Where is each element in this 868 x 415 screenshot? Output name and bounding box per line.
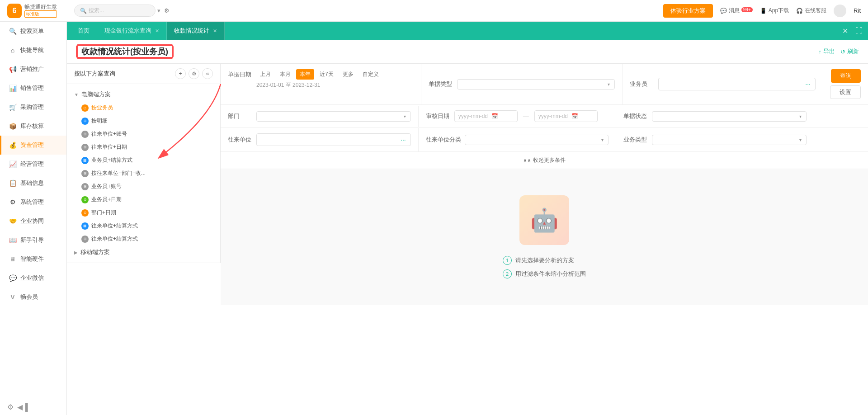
- sidebar-item-label: 系统管理: [20, 198, 44, 206]
- sidebar-item-inventory[interactable]: 📦 库存核算: [0, 117, 66, 136]
- sidebar-item-marketing[interactable]: 📢 营销推广: [0, 60, 66, 79]
- tab-collection-stat[interactable]: 收款情况统计 ✕: [167, 22, 225, 40]
- refresh-button[interactable]: ↺ 刷新: [840, 47, 859, 56]
- add-icon: +: [179, 71, 182, 77]
- schema-item-by-unit-settle2[interactable]: ⊞ 往来单位+结算方式: [67, 232, 220, 245]
- schema-collapse-btn[interactable]: «: [202, 68, 213, 79]
- schema-item-by-unit-date[interactable]: ⊞ 往来单位+日期: [67, 141, 220, 154]
- schema-item-by-unit-dept-col[interactable]: ⊞ 按往来单位+部门+收...: [67, 167, 220, 180]
- filter-cell-biz-type: 业务类型 ▾: [616, 129, 814, 151]
- dropdown-icon[interactable]: ▾: [157, 7, 160, 14]
- settings-icon[interactable]: ⚙: [164, 7, 170, 14]
- schema-settings-icon: ⚙: [192, 71, 197, 77]
- sidebar-item-smart-hw[interactable]: 🖥 智能硬件: [0, 250, 66, 269]
- filter-cell-dept: 部门 ▾: [221, 106, 419, 127]
- sidebar-item-system[interactable]: ⚙ 系统管理: [0, 193, 66, 212]
- sidebar-item-purchase[interactable]: 🛒 采购管理: [0, 98, 66, 117]
- tab-close-all-icon[interactable]: ✕: [840, 25, 850, 37]
- download-icon: 📱: [760, 8, 767, 14]
- schema-item-by-unit-settle1[interactable]: ▦ 往来单位+结算方式: [67, 219, 220, 232]
- schema-item-by-staff-settle[interactable]: ▦ 业务员+结算方式: [67, 154, 220, 167]
- counterpart-select[interactable]: ···: [256, 133, 411, 146]
- export-button[interactable]: ↑ 导出: [819, 47, 835, 56]
- tab-collection-stat-close[interactable]: ✕: [213, 28, 217, 34]
- schema-item-by-staff[interactable]: ⊙ 按业务员: [67, 101, 220, 114]
- counterpart-cat-select[interactable]: ▾: [465, 135, 609, 145]
- main-layout: 🔍 搜索菜单 ⌂ 快捷导航 📢 营销推广 📊 销售管理 🛒 采购管理 📦 库存核…: [0, 22, 868, 415]
- sidebar-settings-icon[interactable]: ⚙: [7, 403, 14, 411]
- date-tab-custom[interactable]: 自定义: [359, 69, 382, 80]
- sidebar-item-search-menu[interactable]: 🔍 搜索菜单: [0, 22, 66, 41]
- tab-bar: 首页 现金银行流水查询 ✕ 收款情况统计 ✕ ✕ ⛶: [67, 22, 868, 40]
- sidebar-item-sales[interactable]: 📊 销售管理: [0, 79, 66, 98]
- sidebar-item-wechat[interactable]: 💬 企业微信: [0, 269, 66, 288]
- sidebar-item-basic-info[interactable]: 📋 基础信息: [0, 174, 66, 193]
- sidebar-item-label: 畅会员: [20, 293, 38, 301]
- date-tab-this-year[interactable]: 本年: [296, 69, 314, 80]
- date-tab-this-month[interactable]: 本月: [276, 69, 294, 80]
- schema-item-label: 往来单位+日期: [91, 143, 127, 151]
- counterpart-more-icon[interactable]: ···: [401, 136, 406, 143]
- trial-button[interactable]: 体验行业方案: [663, 4, 713, 18]
- biz-type-select[interactable]: ▾: [652, 135, 807, 145]
- schema-add-btn[interactable]: +: [175, 68, 186, 79]
- calendar-start-icon[interactable]: 📅: [491, 113, 498, 119]
- step-2-number: 2: [503, 269, 512, 278]
- tab-expand-icon[interactable]: ⛶: [854, 25, 864, 37]
- marketing-icon: 📢: [9, 65, 17, 73]
- sidebar-item-guide[interactable]: 📖 新手引导: [0, 231, 66, 250]
- review-date-start-input[interactable]: yyyy-mm-dd 📅: [454, 110, 518, 122]
- query-button[interactable]: 查询: [831, 69, 861, 83]
- settings-button[interactable]: 设置: [830, 85, 861, 99]
- schema-settings-btn[interactable]: ⚙: [189, 68, 199, 79]
- notification-area[interactable]: 💬 消息 99+: [720, 7, 753, 14]
- staff-more-icon[interactable]: ···: [805, 80, 811, 88]
- schema-group-desktop: ▼ 电脑端方案 ⊙ 按业务员 ⊞ 按明细: [67, 88, 220, 245]
- sidebar-item-enterprise[interactable]: 🤝 企业协同: [0, 212, 66, 231]
- operation-icon: 📈: [9, 160, 17, 168]
- app-download-area[interactable]: 📱 App下载: [760, 7, 789, 14]
- sidebar-collapse-icon[interactable]: ◀▐: [17, 403, 28, 411]
- date-tab-more[interactable]: 更多: [339, 69, 357, 80]
- enterprise-icon: 🤝: [9, 217, 17, 225]
- bill-type-select[interactable]: ▾: [457, 79, 614, 90]
- bill-status-select[interactable]: ▾: [652, 111, 807, 122]
- schema-item-by-staff-date[interactable]: ⊙ 业务员+日期: [67, 193, 220, 206]
- sidebar-item-label: 库存核算: [20, 122, 44, 130]
- sidebar-item-member[interactable]: V 畅会员: [0, 288, 66, 307]
- date-tab-last-month[interactable]: 上月: [256, 69, 274, 80]
- tab-home[interactable]: 首页: [71, 22, 97, 40]
- group-label: 电脑端方案: [81, 90, 111, 99]
- header-search-box[interactable]: 🔍 搜索...: [74, 5, 156, 17]
- schema-item-by-dept-date[interactable]: ⊙ 部门+日期: [67, 206, 220, 219]
- sidebar-item-operation[interactable]: 📈 经营管理: [0, 155, 66, 174]
- review-date-end-input[interactable]: yyyy-mm-dd 📅: [534, 110, 598, 122]
- calendar-end-icon[interactable]: 📅: [571, 113, 578, 119]
- bill-status-chevron: ▾: [799, 114, 802, 119]
- collapse-bar[interactable]: ∧∧ 收起更多条件: [221, 152, 868, 169]
- tab-bank-flow[interactable]: 现金银行流水查询 ✕: [97, 22, 167, 40]
- user-avatar[interactable]: [834, 5, 846, 17]
- group-expand-icon: ▼: [74, 92, 79, 97]
- tab-bank-flow-close[interactable]: ✕: [155, 28, 159, 34]
- empty-step-2: 2 用过滤条件来缩小分析范围: [503, 269, 586, 278]
- filter-row-3: 往来单位 ··· 往来单位分类 ▾: [221, 128, 868, 152]
- schema-group-desktop-header[interactable]: ▼ 电脑端方案: [67, 88, 220, 101]
- sidebar-item-quick-nav[interactable]: ⌂ 快捷导航: [0, 41, 66, 60]
- by-unit-settle1-icon: ▦: [81, 222, 89, 230]
- empty-state-area: 🤖 1 请先选择要分析的方案 2 用过滤条件来缩小分析范围: [221, 169, 868, 305]
- dept-select[interactable]: ▾: [256, 111, 411, 122]
- schema-group-mobile-header[interactable]: ▶ 移动端方案: [67, 245, 220, 259]
- staff-select[interactable]: ···: [658, 78, 816, 90]
- schema-item-label: 部门+日期: [91, 209, 116, 217]
- date-tab-7days[interactable]: 近7天: [316, 69, 337, 80]
- schema-item-by-staff-account[interactable]: ⊞ 业务员+账号: [67, 180, 220, 193]
- filter-cell-counterpart: 往来单位 ···: [221, 128, 419, 151]
- schema-item-by-unit-account[interactable]: ⊞ 往来单位+账号: [67, 127, 220, 141]
- schema-item-by-detail[interactable]: ⊞ 按明细: [67, 114, 220, 127]
- by-staff-icon: ⊙: [81, 104, 89, 112]
- sidebar-item-finance[interactable]: 💰 资金管理: [0, 136, 66, 155]
- empty-step-1: 1 请先选择要分析的方案: [503, 256, 586, 265]
- online-service-area[interactable]: 🎧 在线客服: [796, 7, 826, 14]
- sidebar-item-label: 采购管理: [20, 103, 44, 111]
